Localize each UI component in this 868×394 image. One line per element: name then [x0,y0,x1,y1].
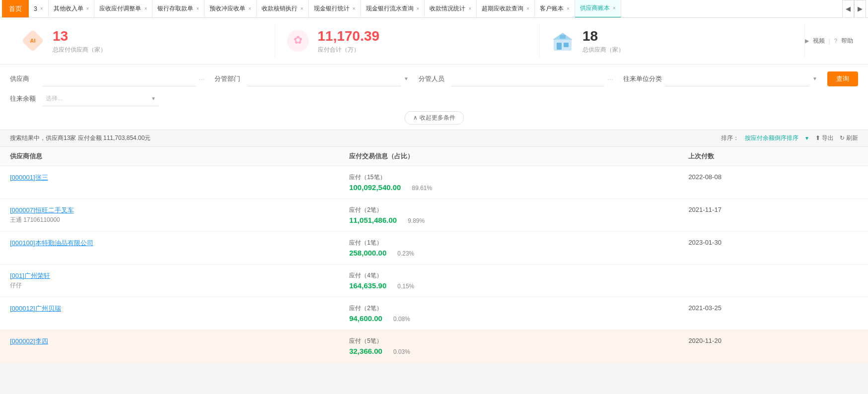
nav-tab[interactable]: 3× [29,0,49,18]
close-tab-icon[interactable]: × [144,6,147,11]
trade-label: 应付（2笔） [349,304,382,313]
summary-card-1: AI 13 总应付供应商（家） [10,24,275,58]
person-input[interactable] [451,71,604,86]
nav-tab[interactable]: 供应商账本× [575,0,621,18]
trade-amount[interactable]: 100,092,540.00 [349,183,401,192]
trade-cell: 应付（5笔）32,366.000.03% [349,337,688,355]
top-nav: 首页 3×其他收入单×应收应付调整单×银行存取款单×预收冲应收单×收款核销执行×… [0,0,868,18]
nav-tab[interactable]: 收款核销执行× [257,0,309,18]
nav-tab[interactable]: 客户账本× [535,0,575,18]
summary-card-3: 18 总供应商（家） [540,24,805,58]
sort-label: 排序： [721,134,739,142]
balance-select[interactable]: 选择... ▼ [43,91,159,106]
card2-num: 11,170.39 [318,28,380,45]
summary-icon-2: ✿ [285,28,311,54]
nav-tab[interactable]: 现金银行流水查询× [361,0,425,18]
balance-filter: 往来余额 选择... ▼ [10,91,159,106]
nav-tab[interactable]: 收款情况统计× [425,0,477,18]
card3-num: 18 [582,28,624,45]
dept-input[interactable] [247,71,401,86]
trade-cell: 应付（2笔）94,600.000.08% [349,304,688,323]
table-body: [000001]张三应付（15笔）100,092,540.0089.61%202… [0,166,868,363]
close-tab-icon[interactable]: × [417,6,420,11]
trade-amount[interactable]: 11,051,486.00 [349,216,397,224]
supplier-name-link[interactable]: [000012]广州贝瑞 [10,305,61,312]
export-button[interactable]: ⬆ 导出 [815,134,834,142]
nav-right-arrow[interactable]: ▶ [854,0,866,18]
category-filter: 往来单位分类 ▼ [623,71,818,86]
category-label: 往来单位分类 [623,74,662,83]
close-tab-icon[interactable]: × [613,5,616,11]
nav-tab[interactable]: 应收应付调整单× [94,0,152,18]
close-tab-icon[interactable]: × [300,6,303,11]
sort-chevron-down-icon[interactable]: ▼ [804,135,809,141]
last-pay-cell: 2021-03-25 [688,304,858,312]
category-input[interactable] [665,71,810,86]
nav-tab[interactable]: 现金银行统计× [309,0,361,18]
supplier-sub: 王通 17106110000 [10,216,349,224]
close-tab-icon[interactable]: × [40,6,43,11]
close-tab-icon[interactable]: × [526,6,529,11]
summary-card-2: ✿ 11,170.39 应付合计（万） [275,24,540,58]
category-chevron-down-icon[interactable]: ▼ [812,76,817,81]
table-row: [000007]恒旺二手叉车王通 17106110000应付（2笔）11,051… [0,199,868,232]
supplier-name-link[interactable]: [000100]本特勤油品有限公司 [10,239,93,247]
close-tab-icon[interactable]: × [567,6,570,11]
nav-home-tab[interactable]: 首页 [2,0,29,18]
trade-label: 应付（15笔） [349,173,385,182]
supplier-input[interactable] [43,71,196,86]
close-tab-icon[interactable]: × [196,6,199,11]
person-label: 分管人员 [419,74,448,83]
supplier-dots[interactable]: ··· [199,75,205,83]
sort-value[interactable]: 按应付余额倒序排序 [745,134,798,142]
svg-rect-6 [564,43,569,47]
card1-label: 总应付供应商（家） [53,46,106,54]
nav-tab[interactable]: 银行存取款单× [152,0,205,18]
supplier-name-link[interactable]: [000002]李四 [10,337,48,345]
video-link[interactable]: 视频 [813,37,825,45]
supplier-label: 供应商 [10,74,40,83]
video-icon: ▶ [805,38,809,44]
nav-tab[interactable]: 其他收入单× [49,0,95,18]
nav-tabs: 3×其他收入单×应收应付调整单×银行存取款单×预收冲应收单×收款核销执行×现金银… [29,0,842,18]
svg-rect-5 [557,43,562,50]
collapse-button[interactable]: ∧ 收起更多条件 [405,111,464,125]
nav-tab[interactable]: 预收冲应收单× [205,0,257,18]
trade-percent: 0.08% [393,316,410,323]
table-row: [001]广州荣轩仔仔应付（4笔）164,635.900.15% [0,264,868,297]
help-link[interactable]: 帮助 [841,37,853,45]
trade-label: 应付（5笔） [349,337,382,345]
card1-num: 13 [53,28,106,45]
result-actions: 排序： 按应付余额倒序排序 ▼ ⬆ 导出 ↻ 刷新 [721,134,858,142]
nav-left-arrow[interactable]: ◀ [842,0,854,18]
refresh-button[interactable]: ↻ 刷新 [840,134,858,142]
trade-percent: 9.89% [408,217,425,224]
person-dots[interactable]: ··· [607,75,613,83]
supplier-cell: [000001]张三 [10,173,349,182]
summary-icon-1: AI [20,28,46,54]
trade-amount[interactable]: 32,366.00 [349,347,382,355]
close-tab-icon[interactable]: × [353,6,356,11]
summary-links: ▶ 视频 | ? 帮助 [805,37,859,45]
supplier-name-link[interactable]: [001]广州荣轩 [10,272,50,279]
summary-bar: AI 13 总应付供应商（家） ✿ 11,170.39 应付合计（万） [0,18,868,65]
nav-tab[interactable]: 超期应收款查询× [477,0,535,18]
query-button[interactable]: 查询 [827,71,858,86]
col-supplier: 供应商信息 [10,152,349,161]
supplier-name-link[interactable]: [000001]张三 [10,174,48,181]
svg-rect-8 [560,35,566,39]
trade-amount[interactable]: 164,635.90 [349,281,386,290]
close-tab-icon[interactable]: × [468,6,471,11]
trade-amount[interactable]: 94,600.00 [349,314,382,323]
close-tab-icon[interactable]: × [86,6,89,11]
summary-icon-3 [550,28,576,54]
dept-label: 分管部门 [215,74,244,83]
dept-chevron-down-icon[interactable]: ▼ [404,76,409,81]
supplier-name-link[interactable]: [000007]恒旺二手叉车 [10,206,74,214]
trade-percent: 89.61% [412,185,432,192]
refresh-icon: ↻ [840,134,845,141]
trade-amount[interactable]: 258,000.00 [349,249,386,257]
table-row: [000100]本特勤油品有限公司应付（1笔）258,000.000.23%20… [0,232,868,264]
shop-icon [550,28,576,54]
close-tab-icon[interactable]: × [248,6,251,11]
